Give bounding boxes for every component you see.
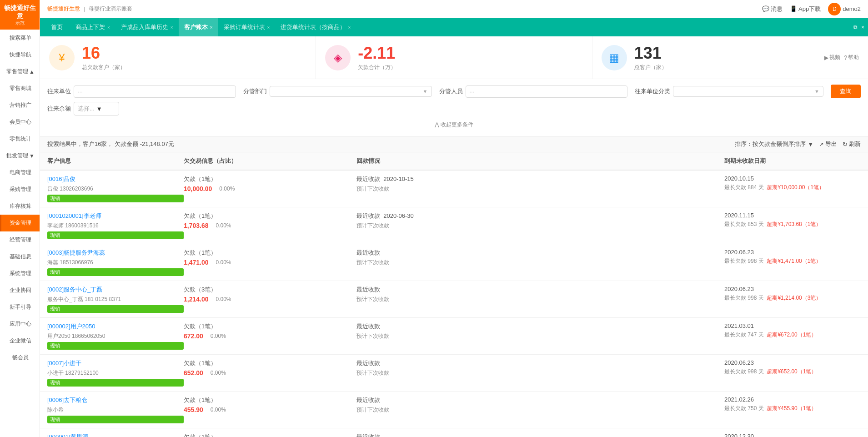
summary-icon-2: ◈ <box>325 45 351 70</box>
refresh-btn[interactable]: ↻ 刷新 <box>843 140 861 148</box>
filter-dept-label: 分管部门 <box>243 87 267 95</box>
brand-logo[interactable]: 畅捷通好生意 示范 <box>0 0 40 30</box>
export-btn[interactable]: ↗ 导出 <box>819 140 837 148</box>
overdue-link-0[interactable]: 超期¥10,000.00（1笔） <box>767 184 824 191</box>
sidebar-item-retail-stats[interactable]: 零售统计 <box>0 131 40 147</box>
customer-tag-1: 现销 <box>47 231 184 239</box>
brand-logo-text: 畅捷通好生意 <box>2 4 37 20</box>
col-header-due: 到期未收款日期 <box>724 157 861 165</box>
close-customer-account-icon[interactable]: × <box>210 25 213 30</box>
summary-label-3: 总客户（家） <box>634 64 667 71</box>
customer-info-5: [0007]小进干 小进干 18279152100 现销 <box>47 359 184 387</box>
sidebar-item-enterprise-wechat[interactable]: 企业微信 <box>0 332 40 349</box>
debt-ratio-4: 0.00% <box>211 333 226 339</box>
due-date-6: 2021.02.26 <box>724 396 861 403</box>
table-row: [0007]小进干 小进干 18279152100 现销 欠款（1笔） 652.… <box>40 355 868 392</box>
recovery-info-3: 最近收款 预计下次收款 <box>356 286 724 303</box>
close-purchase-order-icon[interactable]: × <box>267 25 270 30</box>
overdue-link-4[interactable]: 超期¥672.00（1笔） <box>767 332 817 338</box>
sidebar-item-member-center[interactable]: 会员中心 <box>0 114 40 131</box>
due-info-3: 2020.06.23 最长欠款 998 天 超期¥1,214.00（3笔） <box>724 286 861 302</box>
sidebar-item-retail-mgmt[interactable]: 零售管理 ▲ <box>0 63 40 80</box>
export-icon: ↗ <box>819 141 824 148</box>
customer-name-5[interactable]: [0007]小进干 <box>47 359 184 367</box>
sidebar-item-app-center[interactable]: 应用中心 <box>0 316 40 332</box>
close-purchase-stats-icon[interactable]: × <box>348 25 351 30</box>
customer-name-4[interactable]: [000002]用户2050 <box>47 322 184 331</box>
collapse-btn[interactable]: ⋀ 收起更多条件 <box>47 119 861 131</box>
customer-name-7[interactable]: [000001]黄思源 <box>47 433 184 437</box>
help-btn[interactable]: ? 帮助 <box>844 54 859 61</box>
header-right: 💬 消息 📱 App下载 D demo2 <box>762 3 861 15</box>
tab-production-history[interactable]: 产成品入库单历史 × <box>115 18 179 36</box>
org-name: 母婴行业演示账套 <box>89 5 132 13</box>
sidebar-item-operations[interactable]: 经营管理 <box>0 231 40 248</box>
sidebar-item-inventory[interactable]: 库存核算 <box>0 198 40 215</box>
customer-name-2[interactable]: [0003]畅捷服务尹海蕊 <box>47 249 184 257</box>
sidebar-item-member-plus[interactable]: 畅会员 <box>0 349 40 366</box>
debt-amount-1[interactable]: 1,703.68 <box>184 222 209 229</box>
filter-balance-select[interactable]: 选择... ▼ <box>74 102 119 116</box>
overdue-link-2[interactable]: 超期¥1,471.00（1笔） <box>767 258 821 264</box>
summary-number-2: -2.11 <box>358 44 396 63</box>
overdue-link-6[interactable]: 超期¥455.90（1笔） <box>767 405 817 412</box>
app-download-btn[interactable]: 📱 App下载 <box>790 5 821 13</box>
sidebar-item-search-menu[interactable]: 搜索菜单 <box>0 30 40 46</box>
sidebar-item-marketing[interactable]: 营销推广 <box>0 97 40 114</box>
customer-name-6[interactable]: [0006]去下粮仓 <box>47 396 184 404</box>
restore-btn[interactable]: ⧉ <box>853 24 858 30</box>
sidebar-item-purchase-mgmt[interactable]: 采购管理 <box>0 181 40 198</box>
sort-select[interactable]: 排序：按欠款金额倒序排序 ▼ <box>735 140 813 148</box>
filter-from-unit: 往来单位 ··· <box>47 85 236 98</box>
dept-select-arrow-icon: ▼ <box>423 89 428 94</box>
filter-manager-input[interactable]: ··· <box>466 85 628 98</box>
sidebar-item-basic-info[interactable]: 基础信息 <box>0 248 40 265</box>
debt-ratio-6: 0.00% <box>211 407 226 413</box>
debt-amount-4[interactable]: 672.00 <box>184 332 203 340</box>
close-goods-off-icon[interactable]: × <box>107 25 110 30</box>
debt-amount-0[interactable]: 10,000.00 <box>184 185 212 192</box>
tab-home[interactable]: 首页 <box>44 18 70 36</box>
sidebar-item-retail-mall[interactable]: 零售商城 <box>0 80 40 97</box>
video-btn[interactable]: ▶ 视频 <box>824 54 840 61</box>
tab-purchase-order[interactable]: 采购订单统计表 × <box>218 18 276 36</box>
sidebar-item-capital-mgmt[interactable]: 资金管理 <box>0 215 40 231</box>
debt-count-6: 欠款（1笔） <box>184 396 356 404</box>
filter-from-unit-input[interactable]: ··· <box>74 85 236 98</box>
overdue-link-5[interactable]: 超期¥652.00（1笔） <box>767 368 817 375</box>
sidebar-item-ecommerce[interactable]: 电商管理 <box>0 164 40 181</box>
close-production-history-icon[interactable]: × <box>171 25 173 30</box>
debt-amount-2[interactable]: 1,471.00 <box>184 259 209 266</box>
customer-tag-2: 现销 <box>47 268 184 276</box>
sidebar-item-enterprise-collab[interactable]: 企业协同 <box>0 282 40 299</box>
debt-amount-3[interactable]: 1,214.00 <box>184 296 209 303</box>
overdue-link-3[interactable]: 超期¥1,214.00（3笔） <box>767 295 821 301</box>
table-row: [0016]吕俊 吕俊 13026203696 现销 欠款（1笔） 10,000… <box>40 171 868 207</box>
customer-phone-1: 李老师 18600391516 <box>47 222 184 230</box>
sidebar-item-batch-mgmt[interactable]: 批发管理 ▼ <box>0 147 40 164</box>
message-btn[interactable]: 💬 消息 <box>762 5 783 13</box>
due-date-4: 2021.03.01 <box>724 322 861 329</box>
tab-goods-off[interactable]: 商品上下架 × <box>70 18 115 36</box>
sidebar-item-new-guide[interactable]: 新手引导 <box>0 299 40 316</box>
table-header: 客户信息 欠交易信息（占比） 回款情况 到期未收款日期 <box>40 152 868 171</box>
customer-name-3[interactable]: [0002]服务中心_丁磊 <box>47 286 184 294</box>
debt-amount-5[interactable]: 652.00 <box>184 369 203 377</box>
recovery-next-3: 预计下次收款 <box>356 296 724 303</box>
customer-name-1[interactable]: [0001020001]李老师 <box>47 212 184 220</box>
close-all-btn[interactable]: × <box>861 24 864 30</box>
user-avatar[interactable]: D demo2 <box>828 3 861 15</box>
tab-purchase-stats[interactable]: 进货单统计表（按商品） × <box>275 18 356 36</box>
debt-amount-6[interactable]: 455.90 <box>184 406 203 413</box>
tab-customer-account[interactable]: 客户账本 × <box>179 18 218 36</box>
customer-name-0[interactable]: [0016]吕俊 <box>47 175 184 183</box>
summary-card-1: ¥ 16 总欠款客户（家） <box>40 36 316 79</box>
recovery-info-6: 最近收款 预计下次收款 <box>356 396 724 414</box>
query-button[interactable]: 查询 <box>831 85 861 98</box>
sidebar-item-quick-nav[interactable]: 快捷导航 <box>0 46 40 63</box>
filter-dept-select[interactable]: ▼ <box>270 86 432 97</box>
sidebar-item-system-mgmt[interactable]: 系统管理 <box>0 265 40 282</box>
filter-unit-category-select[interactable]: ▼ <box>673 86 823 97</box>
overdue-link-1[interactable]: 超期¥1,703.68（1笔） <box>767 221 821 227</box>
main-area: 畅捷通好生意 | 母婴行业演示账套 💬 消息 📱 App下载 D demo2 <box>40 0 868 437</box>
